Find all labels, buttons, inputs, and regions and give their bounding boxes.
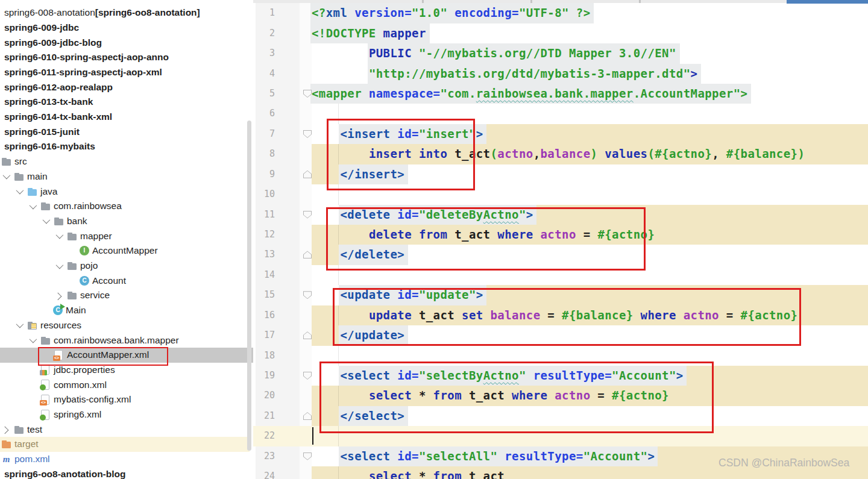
code-line-17[interactable]: 17 </update> [253,325,868,345]
tree-item-spring6-012-aop-realapp[interactable]: spring6-012-aop-realapp [0,80,253,95]
fold-start-icon[interactable] [303,130,312,138]
line-number[interactable]: 1 [253,3,275,23]
chevron-down-icon[interactable] [30,336,37,343]
fold-start-icon[interactable] [303,372,312,380]
tree-item-spring6-009-jdbc[interactable]: spring6-009-jdbc [0,20,253,35]
code-line-20[interactable]: 20 select * from t_act where actno = #{a… [253,386,868,405]
code-line-5[interactable]: 5<mapper namespace="com.rainbowsea.bank.… [253,84,868,104]
line-number[interactable]: 13 [253,245,275,265]
tree-item-spring6-016-mybaits[interactable]: spring6-016-mybaits [0,139,253,154]
line-number[interactable]: 23 [253,446,275,466]
fold-start-icon[interactable] [303,211,312,219]
code-line-13[interactable]: 13 </delete> [253,245,868,265]
line-number[interactable]: 5 [253,84,275,104]
chevron-down-icon[interactable] [3,172,11,180]
line-number[interactable]: 14 [253,265,275,285]
code-line-19[interactable]: 19 <select id="selectByActno" resultType… [253,366,868,386]
fold-start-icon[interactable] [303,452,312,460]
code-line-3[interactable]: 3 PUBLIC "-//mybatis.org//DTD Mapper 3.0… [253,43,868,63]
tree-item-spring6-011-spring-aspectj-aop-xml[interactable]: spring6-011-spring-aspectj-aop-xml [0,64,253,80]
tree-item-spring6-009-jdbc-blog[interactable]: spring6-009-jdbc-blog [0,35,253,50]
chevron-right-icon[interactable] [1,427,9,434]
tree-item-spring6-013-tx-bank[interactable]: spring6-013-tx-bank [0,95,253,110]
line-number[interactable]: 21 [253,406,275,426]
line-number[interactable]: 3 [253,43,275,63]
code-line-22[interactable]: 22 [253,426,868,446]
line-number[interactable]: 12 [253,225,275,245]
code-line-16[interactable]: 16 update t_act set balance = #{balance}… [253,305,868,325]
tree-item-main[interactable]: main [0,169,253,184]
tree-item-resources[interactable]: resources [0,318,253,333]
tree-item-accountmapper[interactable]: IAccountMapper [0,243,253,258]
line-number[interactable]: 11 [253,205,275,225]
tree-item-spring6-014-tx-bank-xml[interactable]: spring6-014-tx-bank-xml [0,110,253,125]
line-number[interactable]: 8 [253,144,275,164]
code-line-9[interactable]: 9 </insert> [253,164,868,184]
line-number[interactable]: 2 [253,23,275,43]
tree-item-service[interactable]: service [0,288,253,303]
line-number[interactable]: 19 [253,366,275,386]
tree-item-common-xml[interactable]: common.xml [0,377,253,392]
tree-item-main[interactable]: CMain [0,303,253,318]
chevron-right-icon[interactable] [54,292,62,300]
code-line-6[interactable]: 6 [253,104,868,124]
tree-item-spring6-xml[interactable]: spring6.xml [0,407,253,422]
fold-start-icon[interactable] [303,90,312,98]
line-number[interactable]: 24 [253,466,275,479]
code-line-7[interactable]: 7 <insert id="insert"> [253,124,868,144]
line-number[interactable]: 4 [253,64,275,84]
code-line-21[interactable]: 21 </select> [253,406,868,426]
code-line-4[interactable]: 4 "http://mybatis.org/dtd/mybatis-3-mapp… [253,64,868,84]
tree-item-src[interactable]: src [0,154,253,169]
tree-item-pojo[interactable]: pojo [0,258,253,274]
chevron-down-icon[interactable] [56,261,64,269]
code-line-18[interactable]: 18 [253,346,868,366]
code-line-12[interactable]: 12 delete from t_act where actno = #{act… [253,225,868,245]
chevron-down-icon[interactable] [30,201,37,209]
tree-item-com-rainbowsea[interactable]: com.rainbowsea [0,199,253,214]
tree-item-bank[interactable]: bank [0,213,253,228]
code-line-15[interactable]: 15 <update id="update"> [253,285,868,305]
tree-item-target[interactable]: target [0,437,250,452]
line-number[interactable]: 9 [253,164,275,184]
tree-item-spring6-008-anotation[interactable]: spring6-008-anotation [spring6-oo8-anota… [0,5,253,20]
fold-end-icon[interactable] [303,251,312,258]
code-line-14[interactable]: 14 [253,265,868,285]
tree-item-spring6-oo8-anotation-blog[interactable]: spring6-oo8-anotation-blog [0,466,253,479]
fold-end-icon[interactable] [303,331,312,339]
code-line-11[interactable]: 11 <delete id="deleteByActno"> [253,205,868,225]
chevron-down-icon[interactable] [16,321,24,328]
code-line-1[interactable]: 1<?xml version="1.0" encoding="UTF-8" ?> [253,3,868,23]
line-number[interactable]: 7 [253,124,275,144]
line-number[interactable]: 17 [253,325,275,345]
line-number[interactable]: 15 [253,285,275,305]
tree-item-mapper[interactable]: mapper [0,228,253,243]
fold-start-icon[interactable] [303,291,312,299]
tree-item-com-rainbowsea-bank-mapper[interactable]: com.rainbowsea.bank.mapper [0,333,253,348]
tree-item-account[interactable]: CAccount [0,273,253,288]
tree-item-java[interactable]: java [0,184,253,199]
line-number[interactable]: 6 [253,104,275,124]
chevron-down-icon[interactable] [16,187,24,195]
tree-item-mybatis-config-xml[interactable]: <>mybatis-config.xml [0,392,253,407]
chevron-down-icon[interactable] [56,231,64,239]
chevron-down-icon[interactable] [43,216,51,224]
line-number[interactable]: 22 [253,426,275,446]
tree-item-spring6-010-spring-aspectj-aop-anno[interactable]: spring6-010-spring-aspectj-aop-anno [0,50,253,65]
line-number[interactable]: 18 [253,346,275,366]
code-text: select * from t_act where actno = #{actn… [312,386,669,405]
line-number[interactable]: 20 [253,386,275,405]
code-text: </delete> [312,245,404,265]
tree-scrollbar[interactable] [247,121,251,451]
fold-end-icon[interactable] [303,412,312,420]
code-line-8[interactable]: 8 insert into t_act(actno,balance) value… [253,144,868,164]
line-number[interactable]: 10 [253,184,275,204]
code-line-2[interactable]: 2<!DOCTYPE mapper [253,23,868,43]
fold-end-icon[interactable] [303,171,312,178]
editor-panel[interactable]: 1<?xml version="1.0" encoding="UTF-8" ?>… [253,0,868,479]
code-line-10[interactable]: 10 [253,184,868,204]
tree-item-spring6-015-junit[interactable]: spring6-015-junit [0,124,253,139]
tree-item-pom-xml[interactable]: mpom.xml [0,452,253,467]
tree-item-test[interactable]: test [0,422,253,437]
line-number[interactable]: 16 [253,305,275,325]
